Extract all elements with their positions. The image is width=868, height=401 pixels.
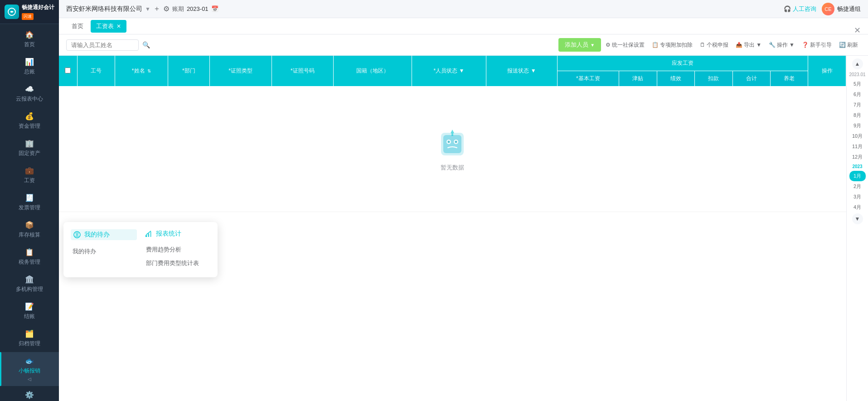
table-header-checkbox[interactable] — [59, 56, 77, 86]
table-header-deduct: 扣款 — [695, 71, 732, 87]
popup-section-reports: 报表统计 费用趋势分析 部门费用类型统计表 — [144, 229, 210, 270]
timeline-month-9[interactable]: 9月 — [849, 121, 866, 131]
timeline-month-6[interactable]: 6月 — [849, 89, 866, 100]
sidebar-item-inventory[interactable]: 📦 库存核算 — [0, 216, 59, 243]
add-company-button[interactable]: ＋ — [153, 4, 160, 14]
tabbar: 首页 工资表 ✕ — [59, 18, 868, 34]
sidebar-item-salary[interactable]: 💼 工资 — [0, 162, 59, 189]
operations-button[interactable]: 🔧 操作 ▼ — [766, 39, 797, 51]
empty-icon — [434, 126, 470, 164]
sidebar-item-assets[interactable]: 🏢 固定资产 — [0, 135, 59, 162]
timeline-month-10[interactable]: 10月 — [849, 131, 866, 141]
report-filter-icon[interactable]: ▼ — [531, 68, 536, 74]
search-input[interactable] — [66, 39, 139, 51]
svg-rect-13 — [150, 232, 151, 237]
select-all-checkbox[interactable] — [65, 68, 71, 73]
sidebar-item-tax-label: 税务管理 — [19, 258, 40, 266]
popup-item-dept-cost[interactable]: 部门费用类型统计表 — [144, 256, 210, 270]
tab-home-label: 首页 — [72, 22, 83, 30]
salary-table: 工号 *姓名 ⇅ *部门 *证照类型 *证照号码 国籍（地区） *人员状态 — [59, 56, 846, 212]
sidebar-item-home-label: 首页 — [24, 41, 35, 48]
period-calendar-icon[interactable]: 📅 — [211, 5, 218, 12]
headset-icon: 🎧 — [784, 5, 791, 12]
empty-state: 暂无数据 — [63, 90, 842, 208]
sidebar-item-settlement[interactable]: 📝 结账 — [0, 298, 59, 325]
settings-button[interactable]: ⚙ — [163, 5, 170, 13]
sidebar-item-xiaochang[interactable]: 🐟 小畅报销 ◁ — [0, 352, 59, 386]
sidebar: 畅捷通好会计 闪速 🏠 首页 📊 总账 ☁️ 云报表中心 💰 资金管理 � — [0, 0, 59, 401]
sidebar-item-tax[interactable]: 📋 税务管理 — [0, 243, 59, 271]
sidebar-item-ledger[interactable]: 📊 总账 — [0, 53, 59, 80]
svg-rect-11 — [145, 235, 147, 237]
table-header-number: 工号 — [77, 56, 115, 86]
table-header-dept: *部门 — [168, 56, 209, 86]
svg-rect-2 — [443, 135, 461, 153]
popup-item-cost-trend[interactable]: 费用趋势分析 — [144, 243, 210, 256]
search-button[interactable]: 🔍 — [142, 41, 150, 48]
sidebar-item-multi-org[interactable]: 🏛️ 多机构管理 — [0, 271, 59, 298]
timeline-month-3[interactable]: 3月 — [849, 192, 866, 202]
sidebar-nav: 🏠 首页 📊 总账 ☁️ 云报表中心 💰 资金管理 🏢 固定资产 💼 工资 — [0, 24, 59, 401]
search-area: 🔍 — [66, 39, 150, 51]
company-name: 西安虾米网络科技有限公司 — [66, 5, 142, 13]
tax-declare-button[interactable]: 🗒 个税申报 — [697, 39, 731, 51]
add-person-button[interactable]: 添加人员 ▼ — [558, 38, 601, 52]
timeline-panel: ▲ 2023.01 5月 6月 7月 8月 9月 10月 11月 12月 202… — [846, 56, 868, 401]
special-deduct-label: 专项附加扣除 — [660, 41, 693, 49]
guide-icon-btn: ❓ — [802, 42, 809, 48]
timeline-month-1[interactable]: 1月 — [849, 171, 866, 181]
tax-declare-label: 个税申报 — [707, 41, 728, 49]
logo-badge: 闪速 — [22, 13, 34, 20]
special-deduct-button[interactable]: 📋 专项附加扣除 — [649, 39, 695, 51]
sidebar-item-assets-label: 固定资产 — [19, 150, 40, 157]
refresh-button[interactable]: 🔄 刷新 — [836, 39, 861, 51]
tab-salary-sheet[interactable]: 工资表 ✕ — [91, 20, 126, 33]
timeline-month-8[interactable]: 8月 — [849, 110, 866, 121]
modal-close-button[interactable]: ✕ — [854, 25, 861, 35]
sidebar-item-basic[interactable]: ⚙️ 基础设置 — [0, 386, 59, 401]
timeline-month-4[interactable]: 4月 — [849, 202, 866, 213]
invoice-icon: 🧾 — [25, 193, 34, 202]
topbar-right: 🎧 人工咨询 CE 畅捷通组 — [784, 3, 861, 15]
sidebar-item-funds[interactable]: 💰 资金管理 — [0, 107, 59, 135]
basic-icon: ⚙️ — [25, 391, 34, 399]
sidebar-item-cloud[interactable]: ☁️ 云报表中心 — [0, 80, 59, 107]
timeline-month-2[interactable]: 2月 — [849, 181, 866, 192]
period-label: 账期 — [172, 5, 184, 13]
guide-button[interactable]: ❓ 新手引导 — [799, 39, 834, 51]
timeline-up-button[interactable]: ▲ — [852, 58, 863, 69]
status-filter-icon[interactable]: ▼ — [459, 68, 465, 74]
sidebar-item-invoice[interactable]: 🧾 发票管理 — [0, 189, 59, 216]
timeline-down-button[interactable]: ▼ — [852, 213, 863, 224]
timeline-current-year: 2023 — [851, 162, 863, 171]
svg-point-5 — [448, 141, 450, 143]
company-dropdown-icon[interactable]: ▼ — [145, 6, 150, 12]
export-button[interactable]: 📤 导出 ▼ — [733, 39, 764, 51]
tab-home[interactable]: 首页 — [66, 20, 89, 33]
sidebar-item-archive[interactable]: 🗂️ 归档管理 — [0, 325, 59, 352]
svg-point-6 — [455, 141, 457, 143]
table-header-id-number: *证照号码 — [272, 56, 334, 86]
logo-area: 畅捷通好会计 闪速 — [0, 0, 59, 24]
timeline-month-12[interactable]: 12月 — [849, 152, 866, 162]
name-sort-icon[interactable]: ⇅ — [147, 68, 151, 73]
popup-section-todolist-label: 我的待办 — [84, 231, 110, 239]
sidebar-item-home[interactable]: 🏠 首页 — [0, 26, 59, 53]
user-info[interactable]: CE 畅捷通组 — [822, 3, 861, 15]
popup-section-reports-title: 报表统计 — [144, 229, 210, 238]
tab-close-icon[interactable]: ✕ — [116, 23, 121, 29]
empty-text: 暂无数据 — [441, 164, 464, 172]
support-label: 人工咨询 — [793, 5, 816, 13]
social-security-button[interactable]: ⚙ 统一社保设置 — [603, 39, 647, 51]
sidebar-item-xiaochang-label: 小畅报销 — [19, 367, 40, 375]
timeline-month-5[interactable]: 5月 — [849, 79, 866, 89]
popup-item-todolist[interactable]: 我的待办 — [71, 245, 137, 258]
social-security-icon: ⚙ — [606, 42, 611, 48]
timeline-month-11[interactable]: 11月 — [849, 141, 866, 152]
table-header-name: *姓名 ⇅ — [115, 56, 168, 86]
timeline-month-7[interactable]: 7月 — [849, 100, 866, 110]
logo-title: 畅捷通好会计 — [22, 4, 54, 11]
support-link[interactable]: 🎧 人工咨询 — [784, 5, 816, 13]
svg-marker-7 — [451, 130, 454, 133]
sidebar-item-funds-label: 资金管理 — [19, 122, 40, 130]
